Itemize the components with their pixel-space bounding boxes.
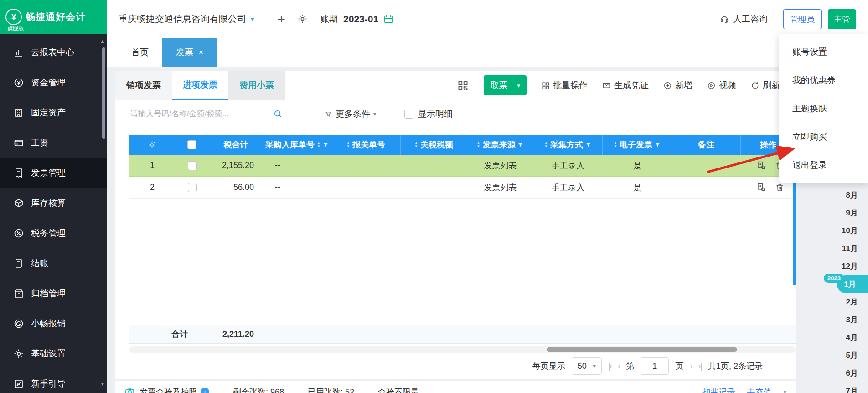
sidebar-item-inventory[interactable]: 库存核算 [0, 188, 107, 218]
delete-icon[interactable] [775, 183, 785, 192]
month-item[interactable]: 3月 [826, 311, 868, 329]
sort-icon[interactable]: ▲▼ [317, 141, 320, 148]
close-icon[interactable]: × [199, 48, 203, 57]
per-page-select[interactable]: 50 ▾ [572, 357, 602, 375]
recharge-link[interactable]: 去充值 [747, 387, 771, 393]
more-filters-button[interactable]: 更多条件 ▾ [325, 108, 376, 120]
show-detail-checkbox[interactable] [404, 110, 413, 119]
sort-icon[interactable]: ▲▼ [346, 141, 350, 148]
last-page-icon[interactable]: ›| [698, 361, 702, 371]
sidebar-scroll-up-icon[interactable]: ▲ [99, 38, 106, 44]
month-item[interactable]: 5月 [826, 346, 868, 364]
sidebar-item-reimburse[interactable]: 小畅报销 [0, 309, 107, 339]
menu-item-my-coupons[interactable]: 我的优惠券 [779, 66, 868, 94]
sort-icon[interactable]: ▲▼ [414, 141, 418, 148]
month-item[interactable]: 12月 [826, 257, 868, 275]
info-icon[interactable]: i [201, 388, 209, 393]
human-consult-button[interactable]: 人工咨询 [719, 13, 768, 25]
prev-page-icon[interactable]: ‹ [618, 361, 620, 371]
sidebar-item-invoice[interactable]: 发票管理 [0, 158, 107, 188]
get-invoice-button[interactable]: 取票 ▾ [484, 75, 527, 95]
panel-toolbar-row: 销项发票 进项发票 费用小票 取票 ▾ 批量操作 生成凭证 [115, 71, 796, 100]
qr-scan-icon[interactable] [457, 79, 469, 92]
header-tariff[interactable]: ▲▼关税税额 [401, 135, 467, 155]
refresh-button[interactable]: 刷新 [751, 79, 780, 91]
tab-home[interactable]: 首页 [118, 38, 162, 67]
sort-icon[interactable]: ▲▼ [544, 141, 548, 148]
sort-icon[interactable]: ▲▼ [614, 141, 617, 148]
row-checkbox[interactable] [188, 161, 197, 170]
filter-funnel-icon[interactable] [655, 142, 661, 148]
header-tax-total[interactable]: 税合计 [209, 135, 263, 155]
horizontal-scrollbar-track[interactable] [129, 346, 796, 353]
search-input[interactable] [129, 105, 284, 123]
admin-role-button[interactable]: 管理员 [783, 9, 822, 29]
sidebar-item-archive[interactable]: 归档管理 [0, 278, 107, 309]
first-page-icon[interactable]: |‹ [608, 361, 611, 371]
sidebar-item-fixed-assets[interactable]: 固定资产 [0, 98, 107, 128]
column-settings-gear-icon[interactable] [129, 135, 175, 155]
chevron-down-icon[interactable]: ▾ [783, 388, 786, 393]
next-page-icon[interactable]: › [690, 361, 692, 371]
month-item[interactable]: 9月 [826, 204, 868, 222]
subtab-purchase-invoice[interactable]: 进项发票 [172, 71, 228, 100]
tab-invoice[interactable]: 发票 × [162, 38, 217, 67]
month-item[interactable]: 6月 [826, 364, 868, 382]
header-source[interactable]: ▲▼发票来源 [467, 135, 533, 155]
sidebar-item-cloud-reports[interactable]: 云报表中心 [0, 37, 107, 68]
menu-item-account-settings[interactable]: 账号设置 [779, 38, 868, 66]
menu-item-logout[interactable]: 退出登录 [779, 151, 868, 179]
row-checkbox[interactable] [188, 183, 197, 192]
header-electronic[interactable]: ▲▼电子发票 [603, 135, 672, 155]
menu-item-buy-now[interactable]: 立即购买 [779, 123, 868, 151]
sidebar-item-tax[interactable]: 税务管理 [0, 218, 107, 248]
sort-icon[interactable]: ▲▼ [477, 141, 480, 148]
filter-funnel-icon[interactable] [517, 142, 523, 148]
menu-item-theme-skin[interactable]: 主题换肤 [779, 94, 868, 123]
horizontal-scrollbar-thumb[interactable] [547, 347, 737, 352]
month-item[interactable]: 8月 [826, 186, 868, 204]
settings-gear-icon[interactable] [297, 14, 308, 24]
subtab-sales-invoice[interactable]: 销项发票 [115, 71, 172, 100]
video-button[interactable]: 视频 [707, 79, 736, 91]
sidebar-item-funds[interactable]: 资金管理 [0, 68, 107, 98]
search-icon[interactable] [273, 109, 283, 119]
header-remark[interactable]: 备注 [672, 135, 741, 155]
sidebar-scroll-down-icon[interactable]: ▼ [99, 381, 106, 387]
sidebar-item-salary[interactable]: 工资 [0, 128, 107, 158]
sidebar-item-closing[interactable]: 结账 [0, 248, 107, 278]
sidebar-item-guide[interactable]: 新手引导 [0, 369, 107, 393]
table-row[interactable]: 1 2,155.20 -- 发票列表 手工录入 是 [129, 155, 796, 177]
add-new-button[interactable]: 新增 [663, 79, 692, 91]
add-account-button[interactable]: + [278, 12, 286, 26]
header-customs-no[interactable]: ▲▼报关单号 [331, 135, 401, 155]
cell-tax-total: 56.00 [209, 177, 263, 198]
supervisor-role-button[interactable]: 主管 [828, 9, 856, 29]
month-item[interactable]: 4月 [826, 329, 868, 346]
period-value[interactable]: 2023-01 [343, 14, 378, 25]
page-number-input[interactable] [641, 357, 669, 375]
preview-icon[interactable] [756, 183, 766, 192]
header-purchase-no[interactable]: 采购入库单号▲▼ [263, 135, 331, 155]
generate-voucher-button[interactable]: 生成凭证 [602, 79, 649, 91]
batch-operations-button[interactable]: 批量操作 [541, 79, 588, 91]
company-selector[interactable]: 重庆畅捷交通信息咨询有限公司 [119, 13, 246, 25]
preview-icon[interactable] [756, 161, 766, 170]
sidebar-scrollbar[interactable] [102, 47, 105, 139]
select-all-checkbox[interactable] [187, 140, 196, 149]
header-method[interactable]: ▲▼采集方式 [533, 135, 603, 155]
filter-funnel-icon[interactable] [585, 142, 591, 148]
per-page-label: 每页显示 [532, 361, 565, 372]
table-row[interactable]: 2 56.00 -- 发票列表 手工录入 是 [129, 177, 796, 199]
calendar-icon[interactable] [383, 14, 394, 25]
chevron-down-icon[interactable]: ▾ [251, 15, 254, 23]
month-item[interactable]: 10月 [826, 222, 868, 240]
sidebar-item-settings[interactable]: 基础设置 [0, 339, 107, 369]
month-item[interactable]: 11月 [826, 240, 868, 257]
deduction-records-link[interactable]: 扣费记录 [702, 387, 735, 393]
month-item[interactable]: 2月 [826, 293, 868, 311]
show-detail-toggle[interactable]: 显示明细 [404, 108, 453, 120]
subtab-expense-receipt[interactable]: 费用小票 [228, 71, 285, 100]
filter-funnel-icon[interactable] [323, 142, 329, 148]
month-item[interactable]: 7月 [826, 382, 868, 393]
